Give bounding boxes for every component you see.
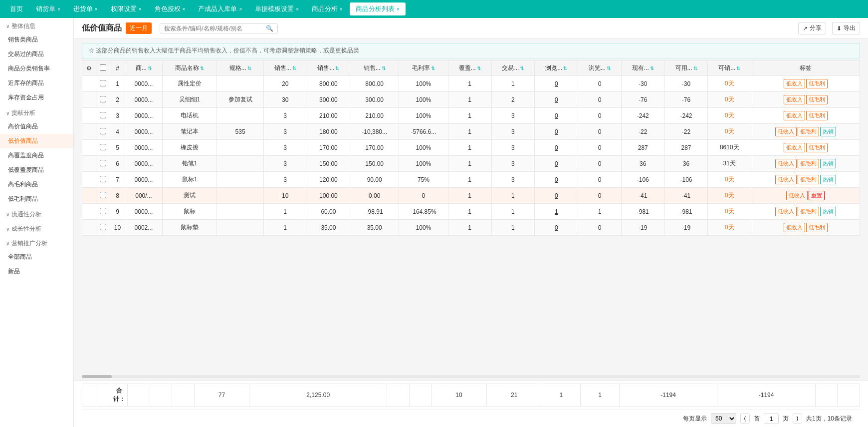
row-checkbox[interactable] <box>100 144 106 150</box>
th-sellable[interactable]: 可销...⇅ <box>708 61 751 76</box>
th-trade[interactable]: 交易...⇅ <box>491 61 535 76</box>
th-sale3[interactable]: 销售...⇅ <box>350 61 399 76</box>
nav-close-icon[interactable]: × <box>239 6 242 12</box>
sidebar-group-营销推广分析[interactable]: ∨营销推广分析 <box>0 235 73 250</box>
cell-trade: 3 <box>491 156 535 172</box>
nav-item-商品分析[interactable]: 商品分析× <box>306 2 349 15</box>
cell-browse1[interactable]: 0 <box>535 140 578 156</box>
nav-item-权限设置[interactable]: 权限设置× <box>105 2 148 15</box>
sidebar-item-全部商品[interactable]: 全部商品 <box>0 250 73 264</box>
sidebar-item-库存资金占用[interactable]: 库存资金占用 <box>0 90 73 105</box>
cell-check[interactable] <box>96 108 110 124</box>
main-layout: ∨整体信息销售类商品交易过的商品商品分类销售率近库存的商品库存资金占用∨贡献分析… <box>0 18 868 427</box>
scrollbar-track[interactable] <box>82 375 860 378</box>
cell-check[interactable] <box>96 140 110 156</box>
row-checkbox[interactable] <box>100 208 106 214</box>
row-checkbox[interactable] <box>100 128 106 134</box>
next-page-button[interactable]: ⟩ <box>793 414 802 424</box>
sidebar-item-低价值商品[interactable]: 低价值商品 <box>0 134 73 148</box>
cell-check[interactable] <box>96 156 110 172</box>
table-container[interactable]: ⚙ # 商...⇅ 商品名称⇅ 规格...⇅ 销售...⇅ 销售...⇅ 销售.… <box>74 60 868 375</box>
cell-browse1[interactable]: 0 <box>535 172 578 188</box>
th-current[interactable]: 现有...⇅ <box>621 61 664 76</box>
cell-browse1[interactable]: 0 <box>535 220 578 236</box>
th-spec[interactable]: 规格...⇅ <box>217 61 263 76</box>
sidebar-item-新品[interactable]: 新品 <box>0 264 73 279</box>
export-button[interactable]: ⬇ 导出 <box>832 22 860 34</box>
sidebar-item-商品分类销售率[interactable]: 商品分类销售率 <box>0 61 73 76</box>
cell-check[interactable] <box>96 92 110 108</box>
sidebar-item-高毛利商品[interactable]: 高毛利商品 <box>0 177 73 192</box>
th-code[interactable]: 商...⇅ <box>125 61 163 76</box>
cell-check[interactable] <box>96 220 110 236</box>
nav-item-角色授权[interactable]: 角色授权× <box>149 2 192 15</box>
sidebar-group-整体信息[interactable]: ∨整体信息 <box>0 18 73 32</box>
th-browse2[interactable]: 浏览...⇅ <box>578 61 622 76</box>
nav-close-icon[interactable]: × <box>183 6 186 12</box>
nav-item-产成品入库单[interactable]: 产成品入库单× <box>192 2 248 15</box>
th-cover[interactable]: 覆盖...⇅ <box>448 61 491 76</box>
cell-browse1[interactable]: 1 <box>535 204 578 220</box>
nav-close-icon[interactable]: × <box>397 6 400 12</box>
select-all-checkbox[interactable] <box>100 64 106 71</box>
th-sale2[interactable]: 销售...⇅ <box>307 61 350 76</box>
nav-item-进货单[interactable]: 进货单× <box>67 2 104 15</box>
row-checkbox[interactable] <box>100 96 106 102</box>
cell-browse1[interactable]: 0 <box>535 92 578 108</box>
sidebar-item-销售类商品[interactable]: 销售类商品 <box>0 32 73 47</box>
nav-item-销货单[interactable]: 销货单× <box>30 2 66 15</box>
row-checkbox[interactable] <box>100 224 106 230</box>
th-name[interactable]: 商品名称⇅ <box>162 61 217 76</box>
th-gear[interactable]: ⚙ <box>82 61 96 76</box>
cell-num: 1 <box>110 76 125 92</box>
cell-check[interactable] <box>96 76 110 92</box>
sidebar-item-高价值商品[interactable]: 高价值商品 <box>0 119 73 134</box>
row-checkbox[interactable] <box>100 176 106 182</box>
nav-item-首页[interactable]: 首页 <box>4 2 29 15</box>
sidebar-item-低毛利商品[interactable]: 低毛利商品 <box>0 192 73 206</box>
nav-close-icon[interactable]: × <box>57 6 60 12</box>
sidebar-item-交易过的商品[interactable]: 交易过的商品 <box>0 47 73 61</box>
tag: 低毛利 <box>798 127 819 136</box>
th-sale1[interactable]: 销售...⇅ <box>263 61 307 76</box>
nav-close-icon[interactable]: × <box>95 6 98 12</box>
sidebar-item-近库存的商品[interactable]: 近库存的商品 <box>0 76 73 90</box>
nav-item-商品分析列表[interactable]: 商品分析列表× <box>350 2 406 15</box>
cell-current: -106 <box>621 172 664 188</box>
time-filter-button[interactable]: 近一月 <box>126 22 152 34</box>
search-icon[interactable]: 🔍 <box>266 25 273 32</box>
cell-check[interactable] <box>96 204 110 220</box>
cell-browse1[interactable]: 0 <box>535 108 578 124</box>
search-input[interactable] <box>164 25 264 32</box>
cell-check[interactable] <box>96 124 110 140</box>
row-checkbox[interactable] <box>100 160 106 166</box>
first-page-button[interactable]: ⟨ <box>740 414 750 424</box>
nav-close-icon[interactable]: × <box>340 6 343 12</box>
cell-browse1[interactable]: 0 <box>535 76 578 92</box>
cell-check[interactable] <box>96 188 110 204</box>
nav-close-icon[interactable]: × <box>139 6 142 12</box>
cell-browse1[interactable]: 0 <box>535 124 578 140</box>
row-checkbox[interactable] <box>100 112 106 118</box>
nav-item-单据模板设置[interactable]: 单据模板设置× <box>249 2 305 15</box>
sidebar-item-高覆盖度商品[interactable]: 高覆盖度商品 <box>0 148 73 163</box>
cell-browse1[interactable]: 0 <box>535 188 578 204</box>
tag: 低收入 <box>786 191 808 200</box>
share-button[interactable]: ↗ 分享 <box>798 22 826 34</box>
row-checkbox[interactable] <box>100 80 106 86</box>
th-available[interactable]: 可用...⇅ <box>664 61 708 76</box>
cell-check[interactable] <box>96 172 110 188</box>
cell-gear <box>82 92 96 108</box>
per-page-select[interactable]: 50 100 <box>711 413 736 424</box>
page-number-input[interactable] <box>764 414 779 424</box>
th-margin[interactable]: 毛利率⇅ <box>399 61 448 76</box>
scrollbar-thumb[interactable] <box>82 375 112 378</box>
sidebar-item-低覆盖度商品[interactable]: 低覆盖度商品 <box>0 163 73 177</box>
sidebar-group-贡献分析[interactable]: ∨贡献分析 <box>0 105 73 119</box>
th-browse1[interactable]: 浏览...⇅ <box>535 61 578 76</box>
nav-close-icon[interactable]: × <box>296 6 299 12</box>
sidebar-group-流通性分析[interactable]: ∨流通性分析 <box>0 206 73 221</box>
sidebar-group-成长性分析[interactable]: ∨成长性分析 <box>0 221 73 235</box>
row-checkbox[interactable] <box>100 192 106 198</box>
cell-browse1[interactable]: 0 <box>535 156 578 172</box>
